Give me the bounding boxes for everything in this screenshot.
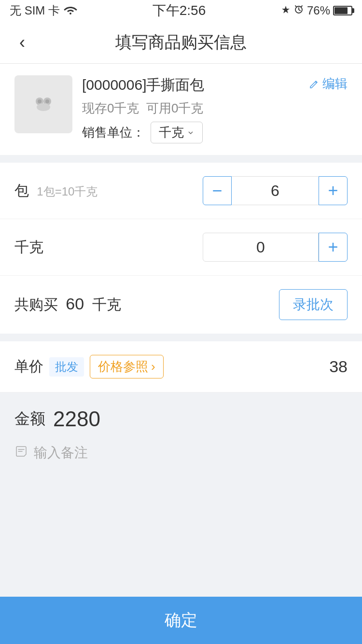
status-right: 76% <box>281 4 352 17</box>
status-time: 下午2:56 <box>153 1 206 20</box>
gps-icon <box>281 4 291 17</box>
unit-select[interactable]: 千克 <box>151 122 203 143</box>
bag-decrement-button[interactable]: − <box>203 176 232 205</box>
confirm-bar[interactable]: 确定 <box>0 597 362 644</box>
status-left: 无 SIM 卡 <box>10 3 77 18</box>
confirm-button[interactable]: 确定 <box>165 609 197 631</box>
remark-row[interactable]: 输入备注 <box>14 439 348 467</box>
price-tag: 批发 <box>49 357 84 377</box>
batch-button[interactable]: 录批次 <box>279 289 348 320</box>
product-card: [0000006]手撕面包 编辑 现存0千克 可用0千克 销售单位： 千克 <box>0 64 362 155</box>
price-reference-button[interactable]: 价格参照 › <box>90 355 164 378</box>
bag-label: 包 1包=10千克 <box>14 181 203 201</box>
amount-row: 金额 2280 <box>14 407 348 431</box>
nav-bar: ‹ 填写商品购买信息 <box>0 21 362 64</box>
bag-quantity-control: − + <box>203 176 348 205</box>
page-title: 填写商品购买信息 <box>115 31 247 54</box>
wifi-icon <box>64 4 77 17</box>
product-name: [0000006]手撕面包 <box>82 75 204 95</box>
quantity-section: 包 1包=10千克 − + 千克 + 共购买 60 千克 录批次 <box>0 163 362 334</box>
bag-quantity-input[interactable] <box>232 176 319 205</box>
svg-point-3 <box>37 103 50 111</box>
status-bar: 无 SIM 卡 下午2:56 76% <box>0 0 362 21</box>
back-button[interactable]: ‹ <box>14 28 30 57</box>
product-image <box>14 75 72 133</box>
content: [0000006]手撕面包 编辑 现存0千克 可用0千克 销售单位： 千克 <box>0 64 362 644</box>
kg-increment-button[interactable]: + <box>319 233 348 262</box>
svg-point-4 <box>38 99 42 103</box>
bag-quantity-row: 包 1包=10千克 − + <box>0 163 362 219</box>
total-row: 共购买 60 千克 录批次 <box>0 276 362 334</box>
kg-quantity-input[interactable] <box>203 233 319 262</box>
remark-text: 输入备注 <box>34 444 88 462</box>
alarm-icon <box>293 4 304 17</box>
price-section: 单价 批发 价格参照 › 38 <box>0 341 362 392</box>
product-info: [0000006]手撕面包 编辑 现存0千克 可用0千克 销售单位： 千克 <box>82 75 348 143</box>
battery-icon <box>333 6 352 15</box>
battery-percentage: 76% <box>307 4 330 17</box>
svg-point-5 <box>45 99 49 103</box>
carrier-label: 无 SIM 卡 <box>10 3 60 18</box>
amount-label: 金额 <box>14 408 45 430</box>
price-label: 单价 <box>14 357 43 377</box>
price-row: 单价 批发 价格参照 › 38 <box>0 341 362 392</box>
price-value: 38 <box>329 357 348 376</box>
remark-icon <box>14 445 28 462</box>
bag-increment-button[interactable]: + <box>319 176 348 205</box>
kg-quantity-control: + <box>203 233 348 262</box>
kg-label: 千克 <box>14 238 203 257</box>
kg-quantity-row: 千克 + <box>0 219 362 276</box>
product-stock: 现存0千克 可用0千克 <box>82 100 348 117</box>
amount-value: 2280 <box>53 407 100 431</box>
product-unit: 销售单位： 千克 <box>82 122 348 143</box>
product-top-row: [0000006]手撕面包 编辑 <box>82 75 348 100</box>
amount-section: 金额 2280 输入备注 <box>0 392 362 467</box>
total-text: 共购买 60 千克 <box>14 294 121 315</box>
edit-button[interactable]: 编辑 <box>309 75 348 92</box>
